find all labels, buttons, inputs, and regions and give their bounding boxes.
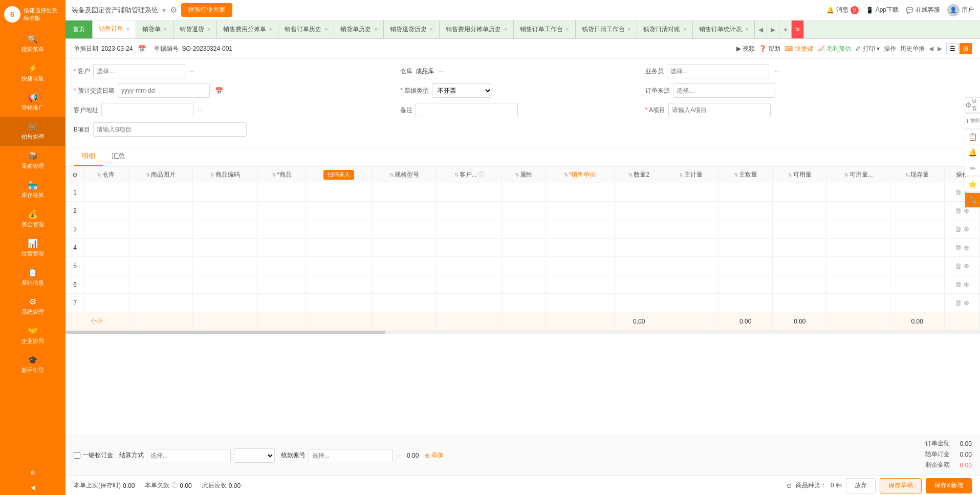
sidebar-item-sales[interactable]: 🛒 销售管理 bbox=[0, 117, 66, 146]
tab-reconcile[interactable]: 钱货日清对账 × bbox=[637, 20, 693, 39]
tab-close-all[interactable]: ✕ bbox=[792, 20, 804, 39]
tab-nav-left[interactable]: ◀ bbox=[755, 20, 767, 39]
copy-icon-5[interactable]: ⊕ bbox=[964, 262, 969, 270]
copy-icon-3[interactable]: ⊕ bbox=[964, 225, 969, 233]
th-spec[interactable]: ⇅规格型号 bbox=[372, 167, 437, 183]
topbar-dropdown-icon[interactable]: ▾ bbox=[162, 6, 166, 14]
tab-fee-history-close[interactable]: × bbox=[504, 27, 507, 32]
pay-method-input[interactable] bbox=[147, 449, 231, 462]
th-product[interactable]: ⇅*商品 bbox=[257, 167, 306, 183]
account-input[interactable] bbox=[309, 449, 393, 462]
th-available[interactable]: ⇅可用量 bbox=[773, 167, 827, 183]
row-1-image[interactable] bbox=[128, 183, 192, 202]
row-1-spec[interactable] bbox=[372, 183, 437, 202]
row-1-mqty[interactable] bbox=[718, 183, 773, 202]
order-source-input[interactable] bbox=[673, 83, 775, 98]
tab-return-history[interactable]: 销货退货历史 × bbox=[384, 20, 440, 39]
staff-input[interactable] bbox=[667, 64, 769, 78]
row-1-ccode[interactable] bbox=[437, 183, 501, 202]
tab-sales-return-close[interactable]: × bbox=[207, 27, 210, 32]
delete-icon-3[interactable]: 🗑 bbox=[955, 225, 962, 233]
plan-button[interactable]: 体验行业方案 bbox=[181, 3, 232, 17]
row-2-stock[interactable] bbox=[890, 202, 944, 220]
row-2-unit[interactable] bbox=[546, 202, 614, 220]
sidebar-collapse[interactable]: ◀ bbox=[0, 480, 66, 495]
tab-sales-bill-close[interactable]: × bbox=[164, 27, 167, 32]
th-stock[interactable]: ⇅现存量 bbox=[890, 167, 944, 183]
row-1-product[interactable] bbox=[257, 183, 306, 202]
tab-reconcile-close[interactable]: × bbox=[683, 27, 686, 32]
tab-workbench[interactable]: 销售订单工作台 × bbox=[514, 20, 576, 39]
row-2-munit[interactable] bbox=[664, 202, 718, 220]
tab-stats-close[interactable]: × bbox=[745, 27, 748, 32]
save-new-button[interactable]: 保存&新增 bbox=[926, 478, 972, 493]
right-panel-edit[interactable]: ✏ bbox=[965, 161, 980, 176]
tab-return-history-close[interactable]: × bbox=[430, 27, 433, 32]
tab-workbench-close[interactable]: × bbox=[566, 27, 569, 32]
sidebar-item-guide[interactable]: 🎓 新手引导 bbox=[0, 350, 66, 379]
row-2-mqty[interactable] bbox=[718, 202, 773, 220]
tab-sales-order-close[interactable]: × bbox=[126, 26, 129, 32]
print-btn[interactable]: 🖨 打印 ▾ bbox=[855, 45, 880, 53]
sidebar-item-quick[interactable]: ⚡ 快捷导航 bbox=[0, 58, 66, 88]
th-scan[interactable]: 扫码录入 bbox=[306, 167, 372, 183]
sidebar-item-cooperation[interactable]: 🤝 企业协同 bbox=[0, 321, 66, 350]
user-btn[interactable]: 👤 用户 bbox=[947, 4, 974, 16]
tab-sales-bill[interactable]: 销货单 × bbox=[136, 20, 173, 39]
print-dropdown[interactable]: ▾ bbox=[877, 45, 880, 52]
row-2-code[interactable] bbox=[193, 202, 257, 220]
row-2-warehouse[interactable] bbox=[84, 202, 128, 220]
right-panel-tool[interactable]: 🔧 bbox=[965, 192, 980, 208]
warehouse-dots[interactable]: ··· bbox=[438, 68, 443, 75]
delete-icon-4[interactable]: 🗑 bbox=[955, 244, 962, 251]
row-2-image[interactable] bbox=[128, 202, 192, 220]
tab-sales-history[interactable]: 销售订单历史 × bbox=[278, 20, 334, 39]
delete-icon-6[interactable]: 🗑 bbox=[955, 281, 962, 288]
tab-daily-workbench[interactable]: 钱货日清工作台 × bbox=[576, 20, 638, 39]
view-btn[interactable]: ▶ 视频 bbox=[736, 45, 755, 53]
delete-icon-1[interactable]: 🗑 bbox=[955, 188, 962, 196]
pay-method-select[interactable] bbox=[234, 448, 275, 463]
row-1-avail[interactable] bbox=[773, 183, 827, 202]
row-2-attrs[interactable] bbox=[502, 202, 546, 220]
view-table-btn[interactable]: ⊞ bbox=[960, 43, 972, 54]
scan-button[interactable]: 扫码录入 bbox=[323, 170, 354, 180]
help-btn[interactable]: ❓ 帮助 bbox=[759, 45, 780, 53]
row-1-attrs[interactable] bbox=[502, 183, 546, 202]
calendar-icon[interactable]: 📅 bbox=[138, 45, 146, 53]
tab-nav-menu[interactable]: ▾ bbox=[779, 20, 792, 39]
copy-icon-7[interactable]: ⊕ bbox=[964, 299, 969, 307]
account-dots[interactable]: ··· bbox=[396, 452, 401, 459]
sidebar-item-base[interactable]: 📋 基础信息 bbox=[0, 263, 66, 292]
delete-icon-5[interactable]: 🗑 bbox=[955, 262, 962, 270]
row-1-qty2[interactable] bbox=[614, 183, 664, 202]
sidebar-item-search[interactable]: 🔍 搜索菜单 bbox=[0, 29, 66, 58]
discard-button[interactable]: 放弃 bbox=[846, 478, 876, 493]
save-draft-button[interactable]: 保存草稿 bbox=[880, 478, 922, 493]
remark-input[interactable] bbox=[416, 103, 518, 117]
right-panel-note[interactable]: 📋 bbox=[965, 129, 980, 144]
tab-detail[interactable]: 明细 bbox=[74, 147, 103, 166]
sidebar-item-management[interactable]: 📊 经营管理 bbox=[0, 233, 66, 263]
th-customer-code[interactable]: ⇅客户...ⓘ bbox=[437, 167, 501, 183]
right-panel-bell[interactable]: 🔔 bbox=[965, 145, 980, 160]
customer-input[interactable] bbox=[93, 64, 185, 78]
th-product-code[interactable]: ⇅商品编码 bbox=[193, 167, 257, 183]
th-available2[interactable]: ⇅可用量... bbox=[827, 167, 890, 183]
th-warehouse[interactable]: ⇅仓库 bbox=[84, 167, 128, 183]
tab-summary[interactable]: 汇总 bbox=[103, 147, 133, 166]
b-project-input[interactable] bbox=[93, 122, 247, 137]
row-1-warehouse[interactable] bbox=[84, 183, 128, 202]
tab-sales-order[interactable]: 销售订单 × bbox=[93, 20, 136, 39]
row-1-avail2[interactable] bbox=[827, 183, 890, 202]
sidebar-item-inventory[interactable]: 🏪 库存核算 bbox=[0, 175, 66, 204]
row-1-munit[interactable] bbox=[664, 183, 718, 202]
row-2-avail[interactable] bbox=[773, 202, 827, 220]
right-panel-add[interactable]: + 物料 bbox=[965, 113, 980, 128]
th-qty2[interactable]: ⇅数量2 bbox=[614, 167, 664, 183]
row-2-spec[interactable] bbox=[372, 202, 437, 220]
tab-nav-right[interactable]: ▶ bbox=[767, 20, 779, 39]
sidebar-item-system[interactable]: ⚙ 系统管理 bbox=[0, 292, 66, 321]
row-1-unit[interactable] bbox=[546, 183, 614, 202]
one-click-input[interactable] bbox=[74, 452, 80, 459]
